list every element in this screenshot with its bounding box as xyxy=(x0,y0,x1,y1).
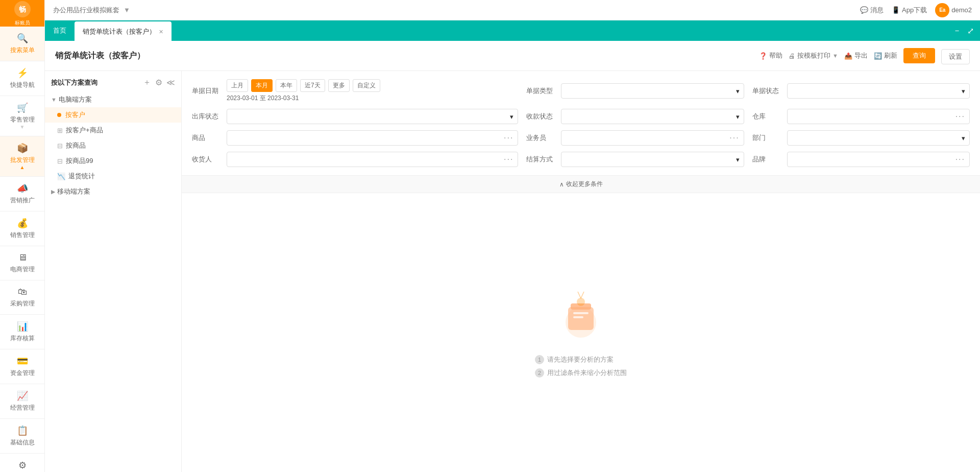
date-btn-this-month[interactable]: 本月 xyxy=(251,79,273,92)
message-button[interactable]: 💬 消息 xyxy=(860,6,884,15)
sidebar-item-sales[interactable]: 💰 销售管理 xyxy=(0,211,45,246)
tree-item-by-goods99[interactable]: ⊟ 按商品99 xyxy=(45,153,181,169)
svg-rect-3 xyxy=(568,307,594,330)
sidebar-item-search[interactable]: 🔍 搜索菜单 xyxy=(0,27,45,61)
add-plan-icon[interactable]: ＋ xyxy=(143,77,151,88)
tree-item-by-customer[interactable]: 按客户 xyxy=(45,107,181,123)
sidebar-item-finance[interactable]: 💳 资金管理 xyxy=(0,349,45,384)
receive-status-input[interactable]: ▾ xyxy=(561,109,744,124)
sidebar-item-shortcut[interactable]: ⚡ 快捷导航 xyxy=(0,61,45,96)
receive-status-label: 收款状态 xyxy=(526,112,557,121)
out-status-input[interactable]: ▾ xyxy=(227,109,518,124)
tree-item-return-stats[interactable]: 📉 退货统计 xyxy=(45,169,181,184)
query-button[interactable]: 查询 xyxy=(903,48,935,63)
main-area: 办公用品行业模拟账套 ▼ 💬 消息 📱 App下载 Ea demo2 首页 xyxy=(45,0,980,472)
empty-tip-1: 1 请先选择要分析的方案 xyxy=(535,355,627,364)
tree-item-by-goods[interactable]: ⊟ 按商品 xyxy=(45,138,181,153)
edit-plan-icon[interactable]: ⚙ xyxy=(155,78,162,87)
warehouse-dots: ··· xyxy=(955,112,965,121)
topbar-right: 💬 消息 📱 App下载 Ea demo2 xyxy=(860,3,972,17)
sidebar-item-purchase[interactable]: 🛍 采购管理 xyxy=(0,280,45,315)
order-status-input[interactable]: ▾ xyxy=(787,83,970,99)
sidebar-item-operation[interactable]: 📈 经营管理 xyxy=(0,384,45,419)
date-btn-custom[interactable]: 自定义 xyxy=(353,79,380,92)
sales-icon: 💰 xyxy=(17,218,28,229)
sidebar-item-ecommerce[interactable]: 🖥 电商管理 xyxy=(0,246,45,280)
desktop-arrow-icon: ▼ xyxy=(51,97,57,103)
date-btn-last-month[interactable]: 上月 xyxy=(227,79,248,92)
ecommerce-icon: 🖥 xyxy=(18,252,27,263)
department-input[interactable]: ▾ xyxy=(787,130,970,146)
sidebar-item-system[interactable]: ⚙ 系统管理 xyxy=(0,454,45,472)
sidebar-item-basic[interactable]: 📋 基础信息 xyxy=(0,419,45,454)
collapse-panel-icon[interactable]: ≪ xyxy=(166,78,175,87)
date-btn-7days[interactable]: 近7天 xyxy=(300,79,325,92)
filter-out-status-item: 出库状态 ▾ xyxy=(192,109,518,124)
mobile-section-label: 移动端方案 xyxy=(57,187,90,196)
filter-order-status-item: 单据状态 ▾ xyxy=(752,83,970,99)
basic-icon: 📋 xyxy=(17,425,28,436)
brand-input[interactable]: ··· xyxy=(787,152,970,167)
sidebar: 畅 标账员 🔍 搜索菜单 ⚡ 快捷导航 🛒 零售管理 ▼ 📦 批发管理 ▲ 📣 … xyxy=(0,0,45,472)
message-icon: 💬 xyxy=(860,6,868,14)
app-download-button[interactable]: 📱 App下载 xyxy=(892,6,927,15)
filter-date-item: 单据日期 上月 本月 本年 近7天 更多 自定义 20 xyxy=(192,79,518,103)
consignee-dots: ··· xyxy=(504,155,513,164)
sidebar-logo[interactable]: 畅 标账员 xyxy=(0,0,45,27)
help-icon: ❓ xyxy=(759,52,767,60)
warehouse-input[interactable]: ··· xyxy=(787,109,970,124)
salesperson-dots: ··· xyxy=(729,133,739,143)
settings-button[interactable]: 设置 xyxy=(941,49,970,64)
logo-icon: 畅 xyxy=(13,0,32,18)
topbar-dropdown-icon[interactable]: ▼ xyxy=(124,6,130,14)
order-type-label: 单据类型 xyxy=(526,86,557,96)
tab-home[interactable]: 首页 xyxy=(45,20,75,41)
order-type-input[interactable]: ▾ xyxy=(561,83,744,99)
desktop-section-label: 电脑端方案 xyxy=(59,95,92,104)
filter-salesperson-item: 业务员 ··· xyxy=(526,130,744,146)
filter-consignee-item: 收货人 ··· xyxy=(192,152,518,167)
system-icon: ⚙ xyxy=(18,460,27,471)
empty-state: 1 请先选择要分析的方案 2 用过滤条件来缩小分析范围 xyxy=(182,193,980,472)
date-btn-more[interactable]: 更多 xyxy=(328,79,350,92)
inventory-icon: 📊 xyxy=(17,321,28,332)
salesperson-input[interactable]: ··· xyxy=(561,130,744,146)
brand-dots: ··· xyxy=(955,155,965,164)
retail-icon: 🛒 xyxy=(17,102,28,113)
page-title: 销货单统计表（按客户） xyxy=(55,51,145,67)
date-buttons-row: 上月 本月 本年 近7天 更多 自定义 xyxy=(227,79,518,92)
out-status-chevron: ▾ xyxy=(510,113,513,121)
sidebar-item-wholesale[interactable]: 📦 批发管理 ▲ xyxy=(0,136,45,177)
filter-receive-status-item: 收款状态 ▾ xyxy=(526,109,744,124)
print-button[interactable]: 🖨 按模板打印 ▼ xyxy=(789,51,838,60)
goods-input[interactable]: ··· xyxy=(227,130,518,146)
order-type-chevron: ▾ xyxy=(736,87,740,95)
help-button[interactable]: ❓ 帮助 xyxy=(759,51,782,60)
date-btn-this-year[interactable]: 本年 xyxy=(276,79,297,92)
print-dropdown-icon[interactable]: ▼ xyxy=(832,53,838,59)
user-avatar-area[interactable]: Ea demo2 xyxy=(935,3,972,17)
tab-minimize-button[interactable]: － xyxy=(951,23,963,38)
empty-svg xyxy=(550,284,611,345)
consignee-input[interactable]: ··· xyxy=(227,152,518,167)
order-status-chevron: ▾ xyxy=(962,87,965,95)
settlement-input[interactable]: ▾ xyxy=(561,152,744,167)
export-icon: 📤 xyxy=(844,52,852,60)
refresh-button[interactable]: 🔄 刷新 xyxy=(874,51,897,60)
mobile-arrow-icon: ▶ xyxy=(51,188,55,195)
export-button[interactable]: 📤 导出 xyxy=(844,51,868,60)
tree-item-by-customer-goods[interactable]: ⊞ 按客户+商品 xyxy=(45,123,181,138)
sidebar-item-retail[interactable]: 🛒 零售管理 ▼ xyxy=(0,96,45,136)
tree-section-desktop[interactable]: ▼ 电脑端方案 xyxy=(45,92,181,107)
sidebar-item-marketing[interactable]: 📣 营销推广 xyxy=(0,177,45,211)
tab-sales-stats[interactable]: 销货单统计表（按客户） ✕ xyxy=(75,21,172,42)
tab-close-icon[interactable]: ✕ xyxy=(159,29,163,35)
brand-label: 品牌 xyxy=(752,155,783,164)
collapse-bar[interactable]: ∧ 收起更多条件 xyxy=(182,176,980,193)
page-header: 销货单统计表（按客户） ❓ 帮助 🖨 按模板打印 ▼ 📤 导出 🔄 刷新 xyxy=(45,41,980,71)
active-dot-icon xyxy=(57,113,61,117)
tab-maximize-button[interactable]: ⤢ xyxy=(965,24,976,38)
tree-section-mobile[interactable]: ▶ 移动端方案 xyxy=(45,184,181,199)
sidebar-item-inventory[interactable]: 📊 库存核算 xyxy=(0,315,45,349)
topbar-left: 办公用品行业模拟账套 ▼ xyxy=(53,6,130,15)
